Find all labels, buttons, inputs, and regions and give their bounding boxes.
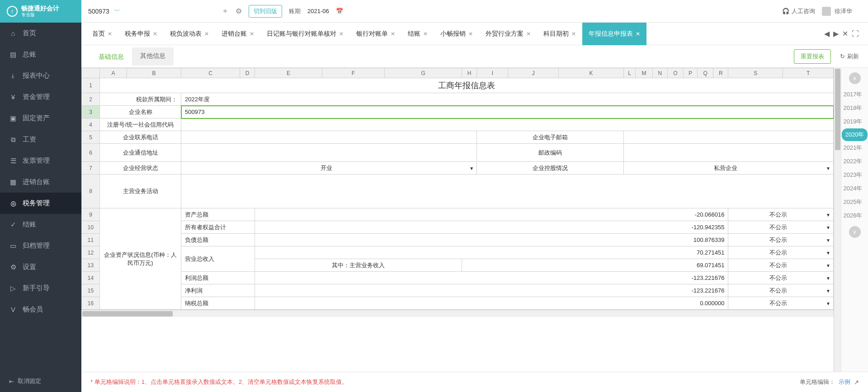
year-item[interactable]: 2023年 — [842, 168, 868, 182]
tab[interactable]: 银行对账单✕ — [350, 23, 401, 45]
close-icon[interactable]: ✕ — [339, 31, 344, 37]
tab[interactable]: 日记账与银行对账单核对✕ — [260, 23, 350, 45]
year-item[interactable]: 2017年 — [842, 88, 868, 101]
col-header-J[interactable]: J — [508, 68, 559, 78]
email-label[interactable]: 企业电子邮箱 — [477, 131, 624, 144]
tabs-expand-icon[interactable]: ⛶ — [852, 30, 859, 38]
col-header-R[interactable]: R — [713, 68, 728, 78]
period-value-cell[interactable]: 2022年度 — [181, 93, 834, 106]
select-all-corner[interactable] — [82, 68, 100, 78]
col-header-D[interactable]: D — [240, 68, 255, 78]
holding-value[interactable]: 私营企业▼ — [623, 162, 833, 175]
col-header-G[interactable]: G — [384, 68, 462, 78]
close-icon[interactable]: ✕ — [153, 31, 157, 37]
close-icon[interactable]: ✕ — [250, 31, 254, 37]
company-name-label[interactable]: 企业名称 — [100, 106, 181, 118]
close-icon[interactable]: ✕ — [108, 31, 112, 37]
close-icon[interactable]: ✕ — [636, 31, 640, 37]
tab[interactable]: 年报信息申报表✕ — [582, 23, 646, 45]
tab[interactable]: 首页✕ — [86, 23, 118, 45]
calendar-icon[interactable]: 📅 — [336, 8, 343, 14]
sidebar-item-funds[interactable]: ¥资金管理 — [0, 86, 81, 108]
holding-label[interactable]: 企业控股情况 — [477, 162, 624, 175]
tab[interactable]: 结账✕ — [401, 23, 434, 45]
col-header-K[interactable]: K — [559, 68, 624, 78]
year-item[interactable]: 2019年 — [842, 115, 868, 128]
subtab-basic[interactable]: 基础信息 — [90, 47, 132, 66]
dropdown-icon[interactable]: ▼ — [826, 301, 830, 306]
sidebar-item-archive[interactable]: ▭归档管理 — [0, 235, 81, 256]
dropdown-icon[interactable]: ▼ — [469, 165, 474, 170]
sidebar-item-salary[interactable]: ⧉工资 — [0, 129, 81, 150]
year-prev-icon[interactable]: ∧ — [849, 72, 861, 84]
col-header-H[interactable]: H — [462, 68, 477, 78]
dropdown-icon[interactable]: ▼ — [826, 237, 830, 242]
old-version-button[interactable]: 切到旧版 — [249, 5, 282, 18]
sidebar-item-member[interactable]: V畅会员 — [0, 299, 81, 320]
tab[interactable]: 税务申报✕ — [118, 23, 164, 45]
external-icon[interactable]: ↗ — [854, 379, 859, 386]
status-value[interactable]: 开业▼ — [181, 162, 477, 175]
period-label-cell[interactable]: 税款所属期间： — [100, 93, 181, 106]
sidebar-item-closing[interactable]: ✓结账 — [0, 214, 81, 235]
close-icon[interactable]: ✕ — [204, 31, 209, 37]
company-selector[interactable]: 500973 ﹀ — [88, 7, 215, 15]
col-header-F[interactable]: F — [322, 68, 385, 78]
tab[interactable]: 科目期初✕ — [537, 23, 582, 45]
close-icon[interactable]: ✕ — [468, 31, 473, 37]
year-item[interactable]: 2018年 — [842, 101, 868, 115]
subtab-other[interactable]: 其他信息 — [132, 47, 174, 66]
tabs-close-icon[interactable]: ✕ — [842, 29, 848, 38]
year-item[interactable]: 2021年 — [842, 141, 868, 155]
tab[interactable]: 税负波动表✕ — [164, 23, 215, 45]
postcode-label[interactable]: 邮政编码 — [477, 144, 624, 162]
asset-group-label[interactable]: 企业资产状况信息(币种：人民币万元) — [100, 208, 181, 310]
tab[interactable]: 进销台账✕ — [215, 23, 260, 45]
horizontal-scrollbar[interactable] — [81, 310, 834, 317]
consult-link[interactable]: 🎧 人工咨询 — [782, 7, 815, 15]
sidebar-item-home[interactable]: ⌂首页 — [0, 23, 81, 44]
sidebar-item-guide[interactable]: ▷新手引导 — [0, 278, 81, 299]
sidebar-item-reports[interactable]: ⫰报表中心 — [0, 65, 81, 86]
phone-label[interactable]: 企业联系电话 — [100, 131, 181, 144]
sidebar-item-ledger[interactable]: ▤总账 — [0, 44, 81, 65]
col-header-M[interactable]: M — [636, 68, 653, 78]
year-item[interactable]: 2026年 — [842, 209, 868, 222]
col-header-N[interactable]: N — [652, 68, 667, 78]
year-item[interactable]: 2024年 — [842, 182, 868, 195]
main-biz-label[interactable]: 主营业务活动 — [100, 175, 181, 208]
sidebar-item-sales-ledger[interactable]: ▦进销台账 — [0, 171, 81, 193]
sidebar-item-settings[interactable]: ⚙设置 — [0, 256, 81, 278]
year-item[interactable]: 2020年 — [842, 128, 868, 141]
refresh-button[interactable]: ↻ 刷新 — [840, 52, 859, 61]
dropdown-icon[interactable]: ▼ — [826, 212, 830, 217]
year-item[interactable]: 2025年 — [842, 195, 868, 209]
sidebar-item-tax[interactable]: ◎税务管理 — [0, 193, 81, 214]
col-header-O[interactable]: O — [667, 68, 683, 78]
close-icon[interactable]: ✕ — [423, 31, 428, 37]
col-header-Q[interactable]: Q — [698, 68, 713, 78]
reset-button[interactable]: 重置报表 — [794, 49, 831, 64]
tabs-next-icon[interactable]: ▶ — [833, 29, 839, 38]
vertical-scrollbar[interactable] — [834, 68, 841, 372]
unpin-button[interactable]: ⇤ 取消固定 — [0, 370, 81, 392]
dropdown-icon[interactable]: ▼ — [826, 263, 830, 268]
col-header-C[interactable]: C — [181, 68, 240, 78]
close-icon[interactable]: ✕ — [571, 31, 576, 37]
address-label[interactable]: 企业通信地址 — [100, 144, 181, 162]
company-name-value[interactable]: 500973 — [181, 106, 834, 118]
year-next-icon[interactable]: ∨ — [849, 226, 861, 238]
status-label[interactable]: 企业经营状态 — [100, 162, 181, 175]
col-header-L[interactable]: L — [623, 68, 635, 78]
user-menu[interactable]: 徐泽华 — [822, 7, 852, 16]
tab[interactable]: 外贸行业方案✕ — [479, 23, 537, 45]
tab[interactable]: 小畅报销✕ — [434, 23, 479, 45]
dropdown-icon[interactable]: ▼ — [826, 275, 830, 280]
sidebar-item-invoice[interactable]: ☰发票管理 — [0, 150, 81, 171]
col-header-I[interactable]: I — [477, 68, 508, 78]
dropdown-icon[interactable]: ▼ — [826, 165, 830, 170]
spreadsheet[interactable]: ABCDEFGHIJKLMNOPQRST 1 工商年报信息表 2 税款所属期间：… — [81, 68, 834, 372]
close-icon[interactable]: ✕ — [391, 31, 395, 37]
dropdown-icon[interactable]: ▼ — [826, 288, 830, 293]
close-icon[interactable]: ✕ — [526, 31, 531, 37]
